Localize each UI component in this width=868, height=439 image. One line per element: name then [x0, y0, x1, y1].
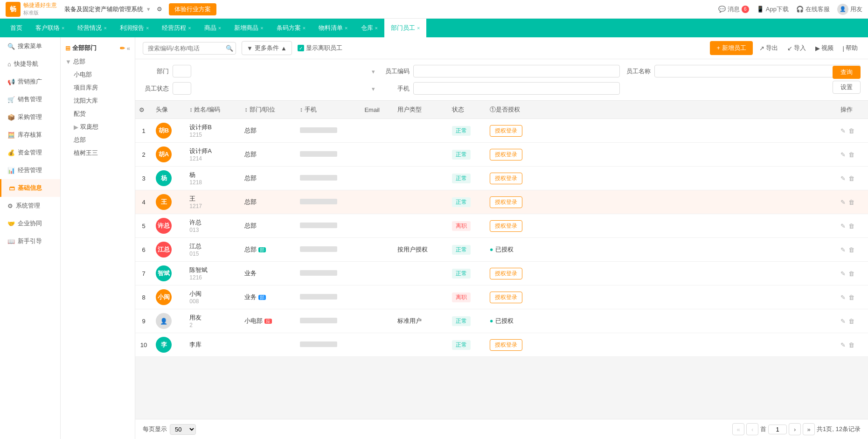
- reset-btn[interactable]: 设置: [833, 81, 861, 94]
- more-filter-btn[interactable]: ▼ 更多条件 ▲: [242, 41, 292, 55]
- query-btn[interactable]: 查询: [833, 66, 861, 79]
- dept-tree-item-zongbu[interactable]: ▼总部: [61, 55, 135, 68]
- sidebar-item-purchase[interactable]: 📦 采购管理: [0, 108, 60, 126]
- tab-home[interactable]: 首页: [4, 19, 29, 37]
- delete-icon[interactable]: 🗑: [848, 175, 854, 182]
- close-icon[interactable]: ×: [62, 25, 64, 31]
- user-avatar[interactable]: 👤 用友: [837, 4, 862, 15]
- dept-collapse-icon[interactable]: «: [127, 45, 130, 52]
- emp-status-select[interactable]: [173, 82, 191, 95]
- delete-icon[interactable]: 🗑: [848, 294, 854, 301]
- emp-code-input[interactable]: [413, 65, 619, 77]
- tab-goods[interactable]: 商品 ×: [198, 19, 228, 37]
- close-icon[interactable]: ×: [188, 25, 191, 31]
- close-icon[interactable]: ×: [345, 25, 347, 31]
- tab-history[interactable]: 经营历程 ×: [155, 19, 197, 37]
- sidebar-item-guide[interactable]: 📖 新手引导: [0, 232, 60, 250]
- sidebar-item-quicknav[interactable]: ⌂ 快捷导航: [0, 55, 60, 73]
- delete-icon[interactable]: 🗑: [848, 341, 854, 348]
- delete-icon[interactable]: 🗑: [848, 199, 854, 206]
- delete-icon[interactable]: 🗑: [848, 151, 854, 158]
- message-btn[interactable]: 💬 消息 6: [718, 5, 749, 14]
- edit-icon[interactable]: ✎: [840, 127, 846, 134]
- tab-department[interactable]: 部门员工 ×: [384, 19, 426, 37]
- dept-tree-item-shenyang[interactable]: 沈阳大库: [61, 94, 135, 107]
- edit-icon[interactable]: ✎: [840, 294, 846, 301]
- auth-login-btn[interactable]: 授权登录: [490, 173, 522, 184]
- resign-checkbox[interactable]: ✓: [298, 45, 304, 51]
- first-page-btn[interactable]: «: [732, 423, 744, 435]
- close-icon[interactable]: ×: [218, 25, 221, 31]
- dept-select[interactable]: [173, 65, 191, 77]
- edit-icon[interactable]: ✎: [840, 223, 846, 230]
- dept-tree-item-zhishu[interactable]: 植树王三: [61, 146, 135, 160]
- app-download-btn[interactable]: 📱 App下载: [757, 5, 789, 14]
- sidebar-item-enterprise[interactable]: 🤝 企业协同: [0, 215, 60, 232]
- close-icon[interactable]: ×: [375, 25, 378, 31]
- dept-edit-icon[interactable]: ✏: [120, 45, 125, 52]
- th-name[interactable]: ↕ 姓名/编码: [186, 101, 241, 119]
- close-icon[interactable]: ×: [260, 25, 263, 31]
- prev-page-btn[interactable]: ‹: [746, 423, 758, 435]
- delete-icon[interactable]: 🗑: [848, 223, 854, 230]
- sidebar-item-system[interactable]: ⚙ 系统管理: [0, 197, 60, 215]
- dept-tree-item-shuangpang[interactable]: ▶双庞想: [61, 120, 135, 133]
- page-input[interactable]: [768, 425, 787, 434]
- settings-icon-btn[interactable]: ⚙: [154, 4, 165, 14]
- tab-add-goods[interactable]: 新增商品 ×: [228, 19, 270, 37]
- dept-tree-item-peihuo[interactable]: 配货: [61, 107, 135, 120]
- th-settings[interactable]: ⚙: [135, 101, 152, 119]
- online-service-btn[interactable]: 🎧 在线客服: [796, 5, 830, 14]
- sidebar-item-search[interactable]: 🔍 搜索菜单: [0, 37, 60, 55]
- delete-icon[interactable]: 🗑: [848, 127, 854, 134]
- close-icon[interactable]: ×: [146, 25, 149, 31]
- edit-icon[interactable]: ✎: [840, 341, 846, 348]
- close-icon[interactable]: ×: [104, 25, 106, 31]
- sidebar-item-sales[interactable]: 🛒 销售管理: [0, 91, 60, 108]
- dept-tree-item-xiaodian[interactable]: 小电部: [61, 68, 135, 81]
- auth-login-btn[interactable]: 授权登录: [490, 339, 522, 351]
- th-phone[interactable]: ↕ 手机: [296, 101, 361, 119]
- auth-login-btn[interactable]: 授权登录: [490, 196, 522, 208]
- th-dept[interactable]: ↕ 部门/职位: [241, 101, 296, 119]
- dept-tree-item-project[interactable]: 项目库房: [61, 81, 135, 94]
- edit-icon[interactable]: ✎: [840, 151, 846, 158]
- export-btn[interactable]: ↗ 导出: [757, 42, 781, 54]
- last-page-btn[interactable]: »: [803, 423, 815, 435]
- show-resign-check[interactable]: ✓ 显示离职员工: [298, 44, 342, 52]
- auth-login-btn[interactable]: 授权登录: [490, 292, 522, 303]
- sidebar-item-operation[interactable]: 📊 经营管理: [0, 161, 60, 179]
- add-employee-btn[interactable]: + 新增员工: [710, 41, 752, 55]
- search-input[interactable]: [143, 42, 236, 55]
- auth-login-btn[interactable]: 授权登录: [490, 125, 522, 137]
- sidebar-item-basic[interactable]: 🗃 基础信息: [0, 179, 60, 197]
- edit-icon[interactable]: ✎: [840, 270, 846, 277]
- emp-name-input[interactable]: [654, 65, 861, 77]
- auth-login-btn[interactable]: 授权登录: [490, 268, 522, 279]
- import-btn[interactable]: ↙ 导入: [785, 42, 809, 54]
- trial-btn[interactable]: 体验行业方案: [169, 3, 216, 15]
- per-page-select[interactable]: 50 100: [170, 424, 196, 435]
- dept-tree-item-zongbu2[interactable]: 总部: [61, 133, 135, 146]
- sidebar-item-marketing[interactable]: 📢 营销推广: [0, 73, 60, 91]
- help-btn[interactable]: | 帮助: [840, 42, 861, 54]
- delete-icon[interactable]: 🗑: [848, 246, 854, 253]
- edit-icon[interactable]: ✎: [840, 246, 846, 253]
- view-btn[interactable]: ▶ 视频: [812, 42, 836, 54]
- edit-icon[interactable]: ✎: [840, 199, 846, 206]
- system-title-arrow[interactable]: ▾: [147, 6, 150, 13]
- tab-operation[interactable]: 经营情况 ×: [71, 19, 113, 37]
- auth-login-btn[interactable]: 授权登录: [490, 220, 522, 232]
- auth-login-btn[interactable]: 授权登录: [490, 149, 522, 160]
- search-submit-icon[interactable]: 🔍: [226, 45, 233, 52]
- tab-profit[interactable]: 利润报告 ×: [113, 19, 155, 37]
- sidebar-item-inventory[interactable]: 🧮 库存核算: [0, 126, 60, 144]
- sidebar-item-finance[interactable]: 💰 资金管理: [0, 144, 60, 161]
- close-icon[interactable]: ×: [303, 25, 306, 31]
- edit-icon[interactable]: ✎: [840, 175, 846, 182]
- tab-bom[interactable]: 物料清单 ×: [312, 19, 354, 37]
- close-icon-active[interactable]: ×: [417, 25, 420, 31]
- delete-icon[interactable]: 🗑: [848, 270, 854, 277]
- tab-customer[interactable]: 客户联络 ×: [29, 19, 71, 37]
- delete-icon[interactable]: 🗑: [848, 318, 854, 325]
